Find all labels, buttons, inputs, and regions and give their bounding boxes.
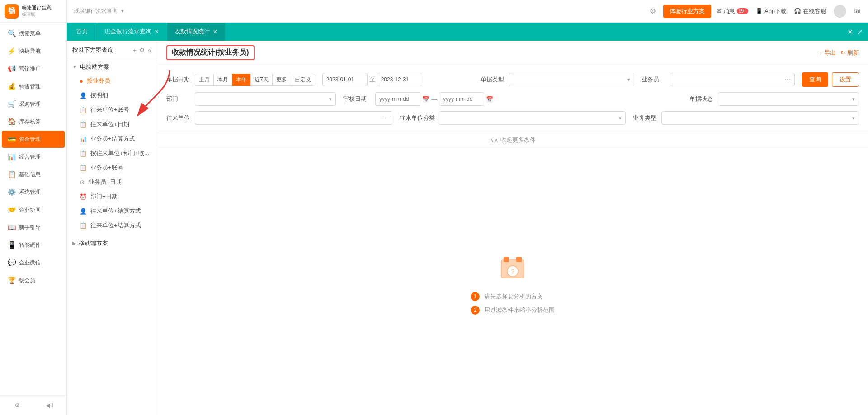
filter-biz-type-item: 业务类型 ▾ <box>633 111 859 125</box>
scheme-item-salesman-date[interactable]: ⚙ 业务员+日期 <box>67 175 157 189</box>
vip-icon: 🏆 <box>7 276 16 284</box>
review-date-to-input[interactable] <box>439 92 484 106</box>
online-service-button[interactable]: 🎧 在线客服 <box>794 7 826 15</box>
cal-icon-from[interactable]: 📅 <box>422 96 429 103</box>
salesman-active-icon: ● <box>80 78 83 85</box>
export-button[interactable]: ↑ 导出 <box>820 49 836 57</box>
sidebar-item-marketing[interactable]: 📢 营销推广 <box>2 60 65 77</box>
page-title-box: 收款情况统计(按业务员) <box>166 45 255 60</box>
empty-step-2: 2 用过滤条件来缩小分析范围 <box>471 306 555 315</box>
salesman-select[interactable]: ··· <box>670 73 795 86</box>
scheme-item-partner-settlement2[interactable]: 📋 往来单位+结算方式 <box>67 218 157 233</box>
sidebar-item-vip[interactable]: 🏆 畅会员 <box>2 272 65 289</box>
sidebar-item-system[interactable]: ⚙️ 系统管理 <box>2 184 65 201</box>
date-btn-this-month[interactable]: 本月 <box>213 74 232 86</box>
date-btn-custom[interactable]: 自定义 <box>291 74 315 86</box>
dept-select[interactable]: ▾ <box>195 92 336 106</box>
review-date-from-input[interactable] <box>375 92 420 106</box>
content-area: 按以下方案查询 + ⚙ « ▼ 电脑端方案 ● 按业务员 👤 <box>67 41 868 415</box>
partner-category-select[interactable]: ▾ <box>439 111 626 125</box>
right-content: 收款情况统计(按业务员) ↑ 导出 ↻ 刷新 <box>157 41 868 415</box>
avatar[interactable] <box>834 5 846 18</box>
sidebar-item-sales[interactable]: 💰 销售管理 <box>2 78 65 95</box>
scheme-item-by-detail[interactable]: 👤 按明细 <box>67 88 157 103</box>
scheme-item-partner-date[interactable]: 📋 往来单位+日期 <box>67 117 157 132</box>
filter-date-item: 单据日期 上月 本月 本年 近7天 更多 自定义 至 <box>166 73 473 86</box>
breadcrumb: 现金银行流水查询 <box>74 7 118 15</box>
tab-collection[interactable]: 收款情况统计 ✕ <box>167 23 225 41</box>
filter-partner-category-item: 往来单位分类 ▾ <box>400 111 626 125</box>
message-icon: ✉ <box>717 8 722 14</box>
partner-more-icon[interactable]: ··· <box>382 114 388 122</box>
tab-expand-button[interactable]: ⤢ <box>857 28 863 36</box>
scheme-collapse-button[interactable]: « <box>148 47 151 54</box>
doc-type-select[interactable]: ▾ <box>509 73 634 86</box>
sidebar-item-basics[interactable]: 📋 基础信息 <box>2 166 65 183</box>
doc-status-select[interactable]: ▾ <box>718 92 859 106</box>
app-download-button[interactable]: 📱 App下载 <box>755 7 787 15</box>
refresh-icon: ↻ <box>840 49 845 56</box>
breadcrumb-dropdown-icon[interactable]: ▾ <box>121 8 124 14</box>
collapse-bar[interactable]: ∧∧ 收起更多条件 <box>157 132 868 148</box>
sidebar-item-inventory[interactable]: 🏠 库存核算 <box>2 113 65 130</box>
message-button[interactable]: ✉ 消息 99+ <box>717 7 748 15</box>
sidebar-item-guide[interactable]: 📖 新手引导 <box>2 219 65 236</box>
biz-type-select[interactable]: ▾ <box>661 111 859 125</box>
date-btn-7days[interactable]: 近7天 <box>250 74 272 86</box>
scheme-item-salesman-account[interactable]: 📋 业务员+账号 <box>67 160 157 175</box>
trial-btn[interactable]: 体验行业方案 <box>663 5 711 18</box>
sidebar-item-purchase[interactable]: 🛒 采购管理 <box>2 95 65 113</box>
date-btn-last-month[interactable]: 上月 <box>195 74 213 86</box>
tab-cashflow[interactable]: 现金银行流水查询 ✕ <box>97 23 167 41</box>
sidebar-item-enterprise[interactable]: 🤝 企业协同 <box>2 201 65 218</box>
scheme-item-partner-account[interactable]: 📋 往来单位+账号 <box>67 103 157 117</box>
sidebar-item-wechat[interactable]: 💬 企业微信 <box>2 254 65 271</box>
sidebar-item-search[interactable]: 🔍 搜索菜单 <box>2 25 65 42</box>
scheme-item-by-salesman[interactable]: ● 按业务员 <box>67 74 157 88</box>
settings-button[interactable]: ⚙ <box>2 399 33 411</box>
scheme-setting-button[interactable]: ⚙ <box>139 47 145 54</box>
collapse-sidebar-button[interactable]: ◀II <box>34 399 65 411</box>
message-badge: 99+ <box>737 8 748 14</box>
scheme-item-salesman-settlement[interactable]: 📊 业务员+结算方式 <box>67 132 157 146</box>
doc-type-chevron: ▾ <box>627 77 630 83</box>
sidebar-item-quicknav[interactable]: ⚡ 快捷导航 <box>2 42 65 60</box>
enterprise-icon: 🤝 <box>7 206 16 214</box>
search-icon: 🔍 <box>7 29 16 38</box>
cal-icon-to[interactable]: 📅 <box>486 96 493 103</box>
scheme-item-dept-date[interactable]: ⏰ 部门+日期 <box>67 189 157 204</box>
partner-category-chevron: ▾ <box>619 115 622 121</box>
scheme-item-partner-settlement1[interactable]: 👤 往来单位+结算方式 <box>67 204 157 218</box>
query-button[interactable]: 查询 <box>802 72 828 87</box>
empty-steps: 1 请先选择要分析的方案 2 用过滤条件来缩小分析范围 <box>471 292 555 315</box>
date-btn-more[interactable]: 更多 <box>272 74 291 86</box>
date-btn-this-year[interactable]: 本年 <box>232 74 250 86</box>
scheme-item-partner-dept-coll[interactable]: 📋 按往来单位+部门+收... <box>67 146 157 160</box>
empty-state: ? 1 请先选择要分析的方案 2 用过滤条件来缩小分析范围 <box>157 148 868 415</box>
set-button[interactable]: 设置 <box>832 72 859 87</box>
tab-close-all-button[interactable]: ✕ <box>847 28 853 36</box>
scheme-add-button[interactable]: + <box>133 47 137 54</box>
scheme-panel: 按以下方案查询 + ⚙ « ▼ 电脑端方案 ● 按业务员 👤 <box>67 41 157 415</box>
partner-select[interactable]: ··· <box>195 111 392 125</box>
scheme-group-pc-header[interactable]: ▼ 电脑端方案 <box>67 60 157 74</box>
date-to-input[interactable] <box>377 73 422 86</box>
doc-status-chevron: ▾ <box>852 96 855 102</box>
sidebar-item-hardware[interactable]: 📱 智能硬件 <box>2 236 65 254</box>
refresh-button[interactable]: ↻ 刷新 <box>840 49 859 57</box>
main-area: 现金银行流水查询 ▾ ⚙ 体验行业方案 ✉ 消息 99+ 📱 App下载 🎧 在… <box>67 0 868 415</box>
date-from-input[interactable] <box>322 73 368 86</box>
settings-gear-button[interactable]: ⚙ <box>648 5 658 17</box>
salesman-more-icon[interactable]: ··· <box>785 75 791 84</box>
sidebar-item-finance[interactable]: 💳 资金管理 <box>2 131 65 148</box>
tab-collection-close[interactable]: ✕ <box>212 28 218 35</box>
step-num-2: 2 <box>471 306 480 315</box>
review-date-range: 📅 — 📅 <box>375 92 493 106</box>
scheme-group-mobile-header[interactable]: ▶ 移动端方案 <box>67 236 157 250</box>
sidebar-item-operations[interactable]: 📊 经营管理 <box>2 148 65 165</box>
tab-home[interactable]: 首页 <box>67 23 97 41</box>
scheme-group-mobile: ▶ 移动端方案 <box>67 235 157 252</box>
header-right: ✉ 消息 99+ 📱 App下载 🎧 在线客服 Rit <box>717 5 861 18</box>
tab-cashflow-close[interactable]: ✕ <box>154 28 160 35</box>
scheme-panel-actions: + ⚙ « <box>133 47 151 54</box>
